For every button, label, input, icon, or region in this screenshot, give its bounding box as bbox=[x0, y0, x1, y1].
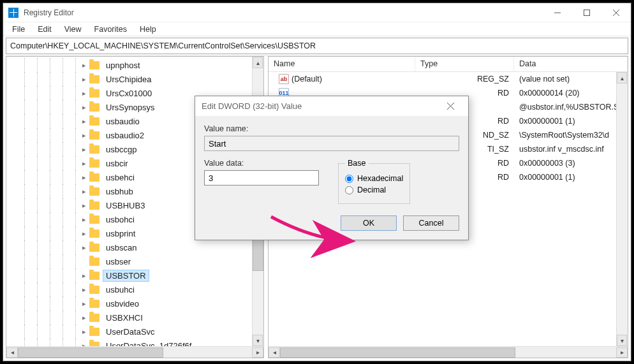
value-data-label: Value data: bbox=[204, 159, 319, 168]
string-value-icon: ab bbox=[279, 74, 289, 84]
chevron-right-icon[interactable]: ▸ bbox=[80, 75, 88, 84]
value-data: 0x00000003 (3) bbox=[514, 159, 616, 168]
tree-item-label: USBHUB3 bbox=[103, 200, 147, 211]
tree-item-urschipidea[interactable]: ▸UrsChipidea bbox=[6, 72, 263, 86]
folder-icon bbox=[89, 103, 100, 112]
dialog-body: Value name: Value data: Base Hexadecimal… bbox=[195, 117, 468, 240]
tree-item-label: UrsSynopsys bbox=[103, 102, 158, 113]
tree-item-usbxhci[interactable]: ▸USBXHCI bbox=[6, 310, 263, 324]
scroll-thumb[interactable] bbox=[18, 347, 163, 358]
menu-file[interactable]: File bbox=[7, 24, 30, 35]
folder-icon bbox=[89, 131, 100, 140]
base-dec-radio[interactable]: Decimal bbox=[345, 186, 403, 194]
folder-icon bbox=[89, 229, 100, 238]
tree-item-usbvideo[interactable]: ▸usbvideo bbox=[6, 296, 263, 310]
minimize-button[interactable] bbox=[543, 3, 572, 22]
tree-item-usbstor[interactable]: ▸USBSTOR bbox=[6, 268, 263, 282]
dialog-titlebar[interactable]: Edit DWORD (32-bit) Value bbox=[195, 96, 468, 117]
chevron-right-icon[interactable]: ▸ bbox=[80, 229, 88, 238]
cancel-button[interactable]: Cancel bbox=[403, 215, 459, 231]
scroll-left-icon[interactable]: ◂ bbox=[6, 347, 18, 358]
folder-icon bbox=[89, 300, 100, 308]
tree-item-userdatasvc[interactable]: ▸UserDataSvc bbox=[6, 324, 263, 339]
chevron-right-icon[interactable]: ▸ bbox=[80, 159, 88, 168]
chevron-right-icon[interactable]: ▸ bbox=[80, 61, 88, 69]
list-horizontal-scrollbar[interactable]: ◂ ▸ bbox=[269, 346, 628, 358]
svg-rect-1 bbox=[584, 10, 590, 15]
value-data: usbstor.inf v_mscdsc.inf bbox=[514, 145, 616, 154]
folder-icon bbox=[89, 215, 100, 224]
menu-favorites[interactable]: Favorites bbox=[89, 24, 132, 35]
tree-item-upnphost[interactable]: ▸upnphost bbox=[6, 58, 263, 72]
list-vertical-scrollbar[interactable]: ▴ ▾ bbox=[616, 72, 628, 346]
tree-horizontal-scrollbar[interactable]: ◂ ▸ bbox=[6, 346, 263, 358]
scroll-thumb[interactable] bbox=[280, 347, 515, 358]
col-type[interactable]: Type bbox=[415, 57, 514, 71]
tree-item-label: UserDataSvc_1d726f6f bbox=[103, 340, 194, 347]
value-data: 0x00000001 (1) bbox=[514, 173, 616, 182]
value-data: @usbstor.inf,%USBSTOR.S bbox=[514, 103, 616, 112]
tree-item-usbser[interactable]: usbser bbox=[6, 254, 263, 268]
scroll-left-icon[interactable]: ◂ bbox=[269, 347, 280, 358]
col-data[interactable]: Data bbox=[514, 57, 628, 71]
maximize-button[interactable] bbox=[572, 3, 601, 22]
scroll-right-icon[interactable]: ▸ bbox=[616, 347, 628, 358]
folder-icon bbox=[89, 244, 100, 252]
chevron-right-icon[interactable]: ▸ bbox=[80, 201, 88, 210]
folder-icon bbox=[89, 75, 100, 84]
tree-item-label: upnphost bbox=[103, 60, 143, 71]
chevron-right-icon[interactable]: ▸ bbox=[80, 117, 88, 126]
base-hex-radio[interactable]: Hexadecimal bbox=[345, 174, 403, 183]
titlebar[interactable]: Registry Editor bbox=[3, 3, 631, 22]
dialog-close-button[interactable] bbox=[439, 99, 462, 114]
base-dec-input[interactable] bbox=[345, 186, 353, 194]
scroll-up-icon[interactable]: ▴ bbox=[617, 72, 627, 84]
close-button[interactable] bbox=[601, 3, 631, 22]
col-name[interactable]: Name bbox=[269, 57, 415, 71]
base-dec-label: Decimal bbox=[357, 186, 386, 194]
chevron-right-icon[interactable]: ▸ bbox=[80, 89, 88, 98]
chevron-right-icon[interactable]: ▸ bbox=[80, 131, 88, 140]
regedit-icon bbox=[8, 8, 18, 18]
address-bar[interactable]: Computer\HKEY_LOCAL_MACHINE\SYSTEM\Curre… bbox=[6, 38, 628, 54]
chevron-right-icon[interactable]: ▸ bbox=[80, 328, 88, 336]
base-group: Base Hexadecimal Decimal bbox=[338, 159, 410, 204]
tree-item-userdatasvc_1d726f6f[interactable]: ▸UserDataSvc_1d726f6f bbox=[6, 339, 263, 346]
chevron-right-icon[interactable]: ▸ bbox=[80, 314, 88, 322]
chevron-right-icon[interactable]: ▸ bbox=[80, 286, 88, 294]
value-data-field[interactable] bbox=[204, 170, 319, 186]
list-row[interactable]: ab(Default)REG_SZ(value not set) bbox=[269, 72, 616, 86]
tree-item-label: usbehci bbox=[103, 172, 137, 183]
tree-item-label: UrsCx01000 bbox=[103, 88, 154, 99]
chevron-right-icon[interactable]: ▸ bbox=[80, 244, 88, 252]
chevron-right-icon[interactable]: ▸ bbox=[80, 187, 88, 196]
tree-item-usbscan[interactable]: ▸usbscan bbox=[6, 240, 263, 254]
scroll-down-icon[interactable]: ▾ bbox=[617, 335, 627, 346]
tree-item-label: usbcir bbox=[103, 158, 131, 169]
value-name-field[interactable] bbox=[204, 136, 459, 151]
folder-icon bbox=[89, 173, 100, 182]
menu-view[interactable]: View bbox=[59, 24, 87, 35]
base-legend: Base bbox=[345, 159, 369, 168]
chevron-right-icon[interactable]: ▸ bbox=[80, 103, 88, 112]
list-header: Name Type Data bbox=[269, 57, 628, 72]
tree-item-usbuhci[interactable]: ▸usbuhci bbox=[6, 282, 263, 296]
chevron-right-icon[interactable]: ▸ bbox=[80, 272, 88, 280]
chevron-right-icon[interactable]: ▸ bbox=[80, 145, 88, 154]
ok-button[interactable]: OK bbox=[341, 215, 397, 231]
scroll-down-icon[interactable]: ▾ bbox=[253, 335, 263, 346]
folder-icon bbox=[89, 159, 100, 168]
folder-icon bbox=[89, 258, 100, 266]
menubar: File Edit View Favorites Help bbox=[3, 22, 631, 36]
scroll-right-icon[interactable]: ▸ bbox=[252, 347, 263, 358]
menu-edit[interactable]: Edit bbox=[33, 24, 57, 35]
scroll-up-icon[interactable]: ▴ bbox=[253, 57, 263, 68]
tree-item-label: UserDataSvc bbox=[103, 326, 158, 337]
chevron-right-icon[interactable]: ▸ bbox=[80, 173, 88, 182]
folder-icon bbox=[89, 201, 100, 210]
base-hex-input[interactable] bbox=[345, 175, 353, 183]
chevron-right-icon[interactable]: ▸ bbox=[80, 300, 88, 308]
menu-help[interactable]: Help bbox=[135, 24, 161, 35]
chevron-right-icon[interactable]: ▸ bbox=[80, 215, 88, 224]
chevron-right-icon[interactable]: ▸ bbox=[80, 342, 88, 347]
